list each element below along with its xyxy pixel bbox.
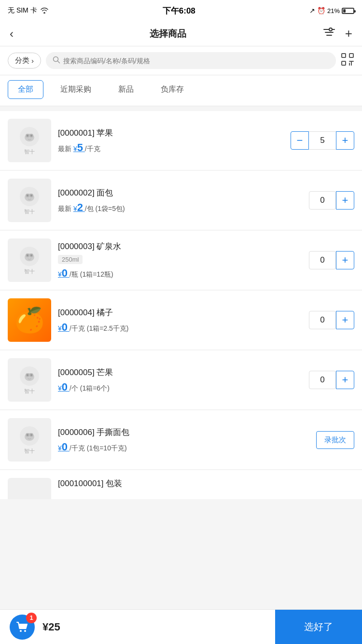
tab-all[interactable]: 全部 [8, 80, 43, 99]
cart-area: 1 ¥25 [10, 615, 60, 640]
search-input[interactable] [63, 57, 329, 65]
price-unit: /千克 [70, 444, 85, 452]
product-name: [0000005] 芒果 [58, 367, 302, 378]
category-button[interactable]: 分类 › [8, 53, 41, 69]
quantity-control: − + [291, 131, 354, 150]
product-thumbnail: 智十 [8, 238, 51, 282]
nav-actions: + [323, 26, 352, 41]
product-price: 最新 ¥2 /包 (1袋=5包) [58, 201, 302, 214]
increase-button[interactable]: + [336, 311, 354, 329]
price-unit: /千克 [70, 324, 85, 332]
status-right: ↗ ⏰ 21% [309, 7, 354, 14]
owl-icon: 智十 [19, 425, 40, 455]
owl-icon: 智十 [19, 246, 40, 275]
bottom-bar: 1 ¥25 选好了 [0, 609, 362, 644]
increase-button[interactable]: + [336, 131, 354, 150]
filter-row: 分类 › [0, 46, 362, 75]
svg-rect-6 [342, 54, 346, 57]
price-note: (1袋=5包) [96, 205, 125, 212]
price-label: 最新 [58, 145, 73, 153]
svg-point-17 [30, 135, 32, 137]
wifi-icon [40, 7, 49, 15]
tab-new[interactable]: 新品 [108, 80, 144, 99]
price-unit: /千克 [85, 145, 100, 153]
svg-point-22 [27, 195, 28, 196]
search-icon [53, 56, 60, 65]
product-info: [0000004] 橘子 ¥0 /千克 (1箱=2.5千克) [58, 307, 302, 334]
page-title: 选择商品 [150, 28, 186, 40]
price-note: (1箱=12瓶) [80, 270, 113, 278]
list-item: 智十 [0000003] 矿泉水 250ml ¥0 /瓶 (1箱=12瓶) + [0, 231, 362, 290]
svg-point-23 [30, 195, 32, 196]
list-item: 🍊 [0000004] 橘子 ¥0 /千克 (1箱=2.5千克) + [0, 291, 362, 350]
quantity-control: + [309, 251, 354, 269]
product-info: [0000002] 面包 最新 ¥2 /包 (1袋=5包) [58, 187, 302, 214]
svg-point-35 [30, 374, 32, 376]
quantity-input[interactable] [309, 311, 336, 329]
quantity-input[interactable] [309, 251, 336, 269]
cart-icon-wrap: 1 [10, 615, 35, 640]
price-unit: /个 [70, 384, 78, 392]
product-info: [0000005] 芒果 ¥0 /个 (1箱=6个) [58, 367, 302, 393]
owl-icon: 智十 [19, 365, 40, 395]
add-icon[interactable]: + [345, 26, 352, 41]
back-button[interactable]: ‹ [10, 27, 14, 41]
owl-icon: 智十 [19, 186, 40, 215]
product-list: 智十 [0000001] 苹果 最新 ¥5 /千克 − + [0, 111, 362, 499]
carrier-text: 无 SIM 卡 [8, 6, 37, 15]
status-time: 下午6:08 [163, 5, 195, 16]
price-label: 最新 [58, 205, 73, 212]
cart-total: ¥25 [42, 621, 60, 633]
svg-point-42 [20, 630, 22, 632]
increase-button[interactable]: + [336, 251, 354, 269]
product-name: [0000002] 面包 [58, 187, 302, 198]
cart-badge: 1 [26, 613, 37, 623]
battery-icon [342, 8, 354, 14]
svg-point-34 [27, 374, 28, 376]
svg-point-40 [27, 434, 28, 436]
product-info: [0000003] 矿泉水 250ml ¥0 /瓶 (1箱=12瓶) [58, 241, 302, 280]
product-info: [0000006] 手撕面包 ¥0 /千克 (1包=10千克) [58, 427, 309, 453]
quantity-control: + [309, 371, 354, 389]
svg-rect-8 [342, 61, 346, 65]
product-price: ¥0 /千克 (1包=10千克) [58, 441, 309, 453]
alarm-icon: ⏰ [317, 7, 325, 14]
quantity-input[interactable] [309, 131, 336, 150]
tab-row: 全部 近期采购 新品 负库存 [0, 75, 362, 106]
svg-point-29 [30, 254, 32, 256]
increase-button[interactable]: + [336, 371, 354, 389]
product-name: [0000003] 矿泉水 [58, 241, 302, 252]
list-item: 智十 [0000006] 手撕面包 ¥0 /千克 (1包=10千克) 录批次 [0, 410, 362, 470]
product-price: ¥0 /个 (1箱=6个) [58, 381, 302, 393]
product-thumbnail: 智十 [8, 119, 51, 162]
product-spec: 250ml [58, 255, 83, 264]
quantity-input[interactable] [309, 191, 336, 210]
price-note: (1箱=6个) [80, 384, 110, 392]
filter-icon[interactable] [323, 27, 335, 41]
product-thumbnail: 智十 [8, 358, 51, 402]
increase-button[interactable]: + [336, 191, 354, 210]
quantity-input[interactable] [309, 371, 336, 389]
svg-point-16 [27, 135, 28, 137]
nav-bar: ‹ 选择商品 + [0, 21, 362, 46]
tab-recent[interactable]: 近期采购 [50, 80, 101, 99]
product-info: [000100001] 包装 [58, 478, 354, 492]
price-unit: /瓶 [70, 270, 78, 278]
section-divider [0, 106, 362, 111]
tab-negative[interactable]: 负库存 [151, 80, 194, 99]
decrease-button[interactable]: − [291, 131, 309, 150]
product-thumbnail [8, 478, 51, 499]
batch-button[interactable]: 录批次 [316, 431, 354, 449]
product-price: ¥0 /千克 (1箱=2.5千克) [58, 321, 302, 334]
scan-icon[interactable] [341, 53, 354, 69]
product-thumbnail: 🍊 [8, 298, 51, 342]
list-item: 智十 [0000002] 面包 最新 ¥2 /包 (1袋=5包) + [0, 171, 362, 230]
product-name: [0000004] 橘子 [58, 307, 302, 318]
confirm-button[interactable]: 选好了 [275, 610, 362, 644]
product-name: [0000001] 苹果 [58, 127, 284, 139]
price-note: (1箱=2.5千克) [87, 324, 129, 332]
list-item: 智十 [0000005] 芒果 ¥0 /个 (1箱=6个) + [0, 350, 362, 410]
svg-point-3 [329, 28, 332, 31]
owl-icon: 智十 [19, 126, 40, 155]
price-note: (1包=10千克) [87, 444, 127, 452]
